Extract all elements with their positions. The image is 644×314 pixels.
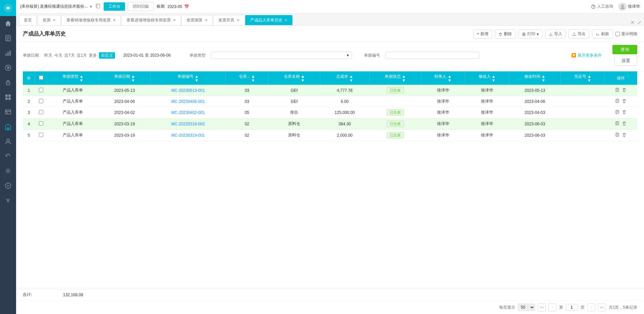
- row-delete-icon[interactable]: [622, 110, 627, 115]
- row-checkbox[interactable]: [39, 88, 43, 92]
- tab-sales-invoice-close[interactable]: ✕: [113, 18, 116, 22]
- pagination-prev-btn[interactable]: ‹: [548, 303, 556, 311]
- row-delete-icon[interactable]: [622, 99, 627, 104]
- pagination-next-btn[interactable]: ›: [587, 303, 595, 311]
- col-total-cost[interactable]: 总成本▲▼: [320, 71, 369, 85]
- sidebar-item-settings[interactable]: [0, 164, 16, 178]
- workbench-button[interactable]: 工作台: [104, 2, 125, 11]
- new-button[interactable]: + 新增: [473, 29, 492, 39]
- user-menu[interactable]: 徐泽华: [619, 3, 640, 11]
- date-opt-custom[interactable]: 自定义: [99, 52, 115, 59]
- date-opt-7days[interactable]: 近7天: [64, 53, 75, 58]
- col-creator[interactable]: 制单人▲▼: [421, 71, 465, 85]
- set-button[interactable]: 设置: [614, 56, 637, 66]
- cell-number[interactable]: MC-20230513-001: [151, 85, 226, 96]
- cell-number[interactable]: MC-20230406-001: [151, 96, 226, 107]
- sidebar-item-chart[interactable]: [0, 46, 16, 60]
- sidebar-item-finance[interactable]: [0, 60, 16, 75]
- switch-version-button[interactable]: 切到旧版: [128, 2, 154, 11]
- col-wh-name[interactable]: 仓库名称▲▼: [268, 71, 320, 85]
- refresh-button[interactable]: 刷新: [592, 29, 613, 39]
- sidebar-item-warehouse[interactable]: [0, 119, 16, 134]
- cell-checkbox[interactable]: [35, 107, 47, 118]
- cell-checkbox[interactable]: [35, 130, 47, 141]
- tab-invoice-issue[interactable]: 发票开具 ✕: [213, 15, 245, 25]
- col-date[interactable]: 单据日期▲▼: [99, 71, 150, 85]
- print-button[interactable]: 打印 ▾: [518, 29, 542, 39]
- sidebar-item-lock[interactable]: [0, 75, 16, 90]
- date-opt-today[interactable]: 今天: [54, 53, 62, 58]
- row-checkbox[interactable]: [39, 110, 43, 114]
- tab-purchase-invoice[interactable]: 查看进项增值税专用发票 ✕: [121, 15, 181, 25]
- col-wh-code[interactable]: 仓库...▲▼: [226, 71, 268, 85]
- export-button[interactable]: 导出: [569, 29, 589, 39]
- cell-number[interactable]: MC-20230319-002: [151, 118, 226, 130]
- number-filter-input[interactable]: [385, 52, 479, 59]
- tab-stock-in-history-close[interactable]: ✕: [284, 18, 287, 22]
- type-filter-select[interactable]: ▾: [211, 52, 352, 59]
- company-selector[interactable]: (库存核算) 直播轻视通信息技术股份... ▼: [20, 4, 93, 9]
- sidebar-item-v[interactable]: V: [0, 193, 16, 208]
- sidebar-item-home[interactable]: [0, 16, 16, 31]
- page-number-input[interactable]: [566, 304, 578, 311]
- row-edit-icon[interactable]: [615, 87, 620, 93]
- cell-checkbox[interactable]: [35, 118, 47, 130]
- delete-button[interactable]: 删除: [495, 29, 516, 39]
- tab-stock-in-history[interactable]: 产成品入库单历史 ✕: [245, 15, 292, 25]
- cell-checkbox[interactable]: [35, 96, 47, 107]
- row-edit-icon[interactable]: [615, 110, 620, 115]
- app-logo[interactable]: [0, 0, 16, 16]
- col-settings[interactable]: ⚙: [23, 71, 35, 85]
- sidebar-item-people[interactable]: [0, 134, 16, 149]
- col-status[interactable]: 单据状态▲▼: [369, 71, 421, 85]
- col-type[interactable]: 单据类型▲▼: [47, 71, 99, 85]
- tab-invoice[interactable]: 发票 ✕: [38, 15, 61, 25]
- row-delete-icon[interactable]: [622, 132, 627, 138]
- row-edit-icon[interactable]: [615, 121, 620, 127]
- row-delete-icon[interactable]: [622, 121, 627, 127]
- cell-checkbox[interactable]: [35, 85, 47, 96]
- sidebar-item-play[interactable]: [0, 178, 16, 193]
- row-edit-icon[interactable]: [615, 99, 620, 104]
- tab-purchase-invoice-close[interactable]: ✕: [173, 18, 176, 22]
- tab-invoice-calc[interactable]: 发票测算 ✕: [181, 15, 213, 25]
- select-all-checkbox[interactable]: [39, 75, 43, 80]
- copy-icon[interactable]: [96, 3, 101, 10]
- print-dropdown-icon[interactable]: ▾: [537, 32, 539, 37]
- tab-home[interactable]: 首页: [19, 15, 37, 25]
- sidebar-item-grid[interactable]: [0, 90, 16, 105]
- tab-close-all-icon[interactable]: ✕: [631, 20, 635, 25]
- cell-number[interactable]: MC-20230319-001: [151, 130, 226, 141]
- col-checkbox[interactable]: [35, 71, 47, 85]
- col-voucher[interactable]: 凭证号▲▼: [561, 71, 605, 85]
- sidebar-item-refresh[interactable]: [0, 149, 16, 164]
- pagination-last-btn[interactable]: ⏭: [598, 303, 606, 311]
- settings-icon[interactable]: ⚙: [27, 76, 31, 80]
- row-edit-icon[interactable]: [615, 132, 620, 138]
- calendar-icon[interactable]: 📅: [184, 4, 189, 9]
- sidebar-item-table[interactable]: [0, 105, 16, 119]
- pagination-first-btn[interactable]: ⏮: [538, 303, 546, 311]
- col-modify-time[interactable]: 修改时间▲▼: [509, 71, 561, 85]
- row-checkbox[interactable]: [39, 133, 43, 137]
- sidebar-item-docs[interactable]: [0, 31, 16, 46]
- date-opt-yesterday[interactable]: 昨天: [44, 53, 52, 58]
- col-modifier[interactable]: 修改人▲▼: [465, 71, 509, 85]
- query-button[interactable]: 查询: [612, 45, 637, 54]
- support-button[interactable]: 人工咨询: [591, 4, 613, 9]
- tab-invoice-close[interactable]: ✕: [53, 18, 56, 22]
- expand-filter-btn[interactable]: 🔽 展开更多条件: [571, 53, 602, 58]
- col-number[interactable]: 单据编号▲▼: [151, 71, 226, 85]
- show-detail-checkbox[interactable]: [615, 32, 620, 36]
- tab-expand-icon[interactable]: ⤢: [637, 20, 641, 25]
- tab-invoice-issue-close[interactable]: ✕: [236, 18, 239, 22]
- row-checkbox[interactable]: [39, 121, 43, 126]
- row-delete-icon[interactable]: [622, 87, 627, 93]
- import-button[interactable]: 导入: [545, 29, 566, 39]
- date-opt-more[interactable]: 更多: [89, 53, 97, 58]
- tab-invoice-calc-close[interactable]: ✕: [205, 18, 208, 22]
- tab-sales-invoice[interactable]: 查看销项增值税专用发票 ✕: [61, 15, 121, 25]
- row-checkbox[interactable]: [39, 99, 43, 103]
- per-page-select[interactable]: 20 50 100: [518, 304, 535, 311]
- date-opt-1month[interactable]: 近1月: [77, 53, 87, 58]
